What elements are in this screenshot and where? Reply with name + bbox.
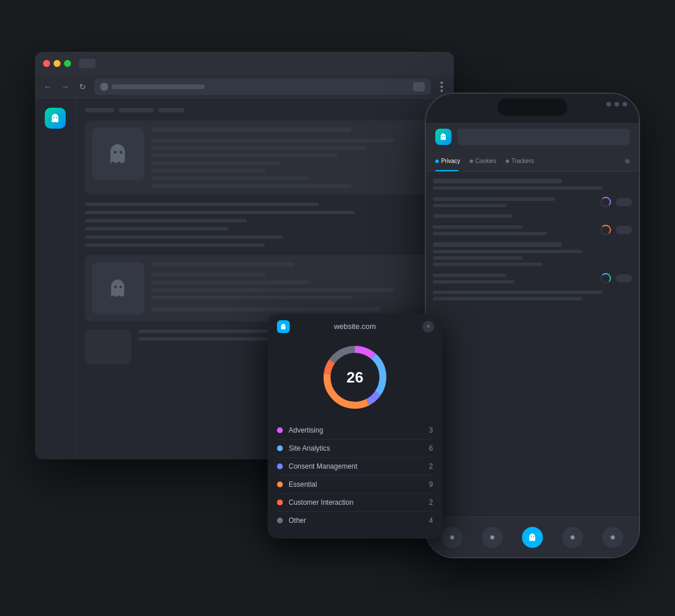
ghost-favicon — [100, 83, 108, 91]
maximize-button[interactable] — [64, 60, 71, 67]
list-item-consent[interactable]: Consent Management 2 — [277, 457, 433, 475]
browser-titlebar — [35, 52, 454, 75]
content-block-1 — [85, 121, 445, 194]
content-card-2 — [85, 255, 445, 321]
tabs-more-dot — [625, 159, 630, 164]
list-item-essential[interactable]: Essential 9 — [277, 475, 433, 493]
tab-active-underline — [435, 170, 459, 171]
skeleton-bar — [85, 243, 265, 247]
phone-notch-area — [426, 94, 639, 123]
phone-status-icons — [606, 102, 627, 107]
phone-notch — [498, 98, 567, 116]
skeleton-bar — [151, 161, 280, 165]
skeleton-bar — [433, 242, 562, 247]
phone-ghost-svg — [439, 133, 447, 141]
skeleton-bar — [433, 274, 506, 277]
skeleton-bar — [85, 203, 319, 206]
skeleton-bar — [151, 184, 351, 187]
toggle-label-group-2 — [433, 225, 596, 235]
content-card-1 — [85, 121, 445, 194]
customer-count: 2 — [429, 498, 433, 507]
popup-header: website.com × — [268, 314, 442, 337]
skeleton-bar — [433, 204, 506, 207]
skeleton-group-2 — [85, 203, 445, 247]
skeleton-bar — [85, 235, 283, 239]
skeleton-bar — [151, 307, 381, 311]
skeleton-bar — [433, 186, 602, 190]
ghost-placeholder-1 — [92, 128, 144, 180]
toggle-switch-2[interactable] — [616, 226, 632, 234]
advertising-label: Advertising — [289, 426, 429, 434]
tab-privacy[interactable]: Privacy — [435, 158, 460, 164]
skeleton-bar — [433, 225, 523, 229]
tab-cookies[interactable]: Cookies — [470, 158, 496, 164]
nav-icon-1 — [448, 533, 456, 541]
browser-toolbar: ← → ↻ — [35, 75, 454, 98]
back-button[interactable]: ← — [42, 81, 54, 93]
skeleton-bar — [433, 263, 542, 266]
skeleton-bar — [433, 297, 582, 300]
menu-dot — [440, 90, 443, 92]
menu-dot — [440, 86, 443, 88]
toggle-row-3 — [433, 272, 632, 285]
status-dot — [623, 102, 627, 107]
toggle-switch-3[interactable] — [616, 274, 632, 282]
skeleton-bar — [151, 296, 351, 299]
tab-trackers[interactable]: Trackers — [506, 158, 534, 164]
essential-count: 9 — [429, 480, 433, 488]
nav-item-1[interactable] — [442, 527, 463, 548]
svg-point-3 — [611, 535, 615, 539]
nav-item-ghost[interactable] — [522, 527, 543, 548]
forward-button[interactable]: → — [59, 81, 71, 93]
phone-address-bar[interactable] — [457, 129, 630, 145]
skeleton-bar — [433, 291, 602, 294]
nav-item-5[interactable] — [602, 527, 623, 548]
list-item-customer[interactable]: Customer Interaction 2 — [277, 493, 433, 511]
tab-skeleton — [119, 108, 154, 112]
skeleton-bar — [433, 197, 555, 201]
skeleton-bar — [151, 128, 351, 132]
phone-section-1 — [433, 179, 632, 190]
close-button[interactable] — [43, 60, 50, 67]
list-item-advertising[interactable]: Advertising 3 — [277, 422, 433, 439]
minimize-button[interactable] — [54, 60, 61, 67]
list-item-other[interactable]: Other 4 — [277, 511, 433, 529]
skeleton-bar — [433, 280, 514, 284]
popup-card: website.com × — [268, 314, 442, 539]
phone-content: Privacy Cookies Trackers — [426, 123, 639, 516]
toggle-switch-1[interactable] — [616, 198, 632, 206]
skeleton-bar — [433, 232, 547, 235]
popup-ghost-logo — [277, 320, 290, 333]
tab-skeleton — [158, 108, 184, 112]
skeleton-bar — [151, 139, 395, 142]
address-bar[interactable] — [94, 79, 431, 95]
ghost-logo[interactable] — [45, 108, 66, 129]
phone-header — [426, 123, 639, 151]
consent-label: Consent Management — [289, 462, 429, 470]
skeleton-lines-1 — [151, 128, 438, 187]
nav-item-2[interactable] — [482, 527, 503, 548]
loading-spinner-2 — [601, 225, 611, 235]
skeleton-bar — [151, 169, 266, 172]
skeleton-bar — [151, 262, 294, 267]
phone-frame: Privacy Cookies Trackers — [425, 93, 640, 558]
toggle-label-group-3 — [433, 274, 596, 284]
nav-item-4[interactable] — [562, 527, 583, 548]
toggle-row-2 — [433, 224, 632, 236]
browser-menu-button[interactable] — [436, 82, 447, 92]
window-tab-btn — [79, 59, 95, 68]
content-card-small — [85, 330, 132, 364]
tabs-row — [85, 108, 445, 112]
loading-spinner-3 — [601, 273, 611, 284]
phone-ghost-logo[interactable] — [435, 129, 452, 145]
ghost-placeholder-icon-2 — [108, 278, 129, 299]
consent-count: 2 — [429, 462, 433, 470]
popup-close-button[interactable]: × — [422, 321, 434, 332]
ghost-svg-icon — [50, 113, 61, 123]
scene: ← → ↻ — [17, 23, 658, 593]
skeleton-lines-2 — [151, 262, 438, 314]
list-item-site-analytics[interactable]: Site Analytics 6 — [277, 439, 433, 457]
reload-button[interactable]: ↻ — [77, 81, 88, 93]
loading-spinner-1 — [601, 197, 611, 207]
skeleton-bar — [151, 154, 338, 157]
